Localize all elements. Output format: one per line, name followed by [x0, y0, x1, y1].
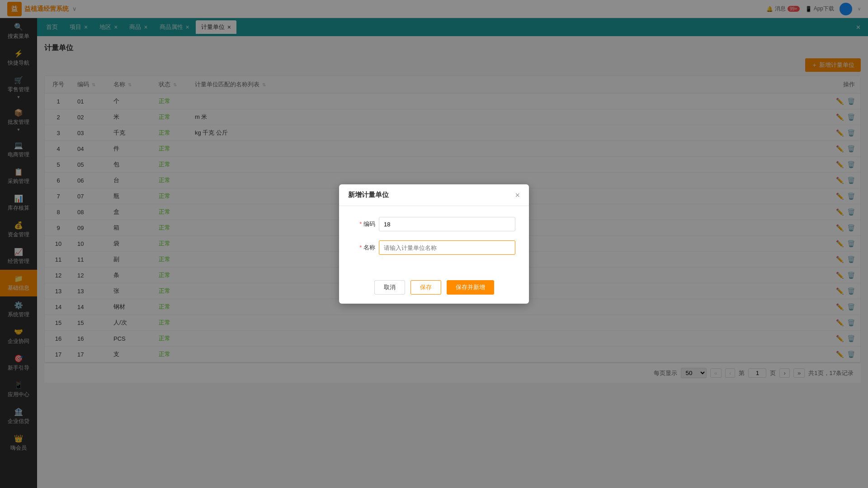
modal-body: 编码 名称 [339, 206, 529, 275]
code-input[interactable] [379, 217, 515, 231]
name-field-label: 名称 [353, 244, 375, 252]
add-measure-unit-modal: 新增计量单位 × 编码 名称 取消 保存 保存并新增 [339, 184, 529, 304]
save-and-new-button[interactable]: 保存并新增 [447, 280, 494, 295]
form-row-code: 编码 [353, 217, 515, 231]
name-input[interactable] [379, 240, 515, 255]
modal-overlay[interactable]: 新增计量单位 × 编码 名称 取消 保存 保存并新增 [0, 0, 868, 488]
cancel-button[interactable]: 取消 [374, 280, 405, 295]
modal-footer: 取消 保存 保存并新增 [339, 275, 529, 304]
modal-header: 新增计量单位 × [339, 184, 529, 206]
modal-title: 新增计量单位 [348, 191, 389, 199]
modal-close-button[interactable]: × [515, 191, 520, 199]
code-field-label: 编码 [353, 220, 375, 228]
save-button[interactable]: 保存 [410, 280, 441, 295]
form-row-name: 名称 [353, 240, 515, 255]
